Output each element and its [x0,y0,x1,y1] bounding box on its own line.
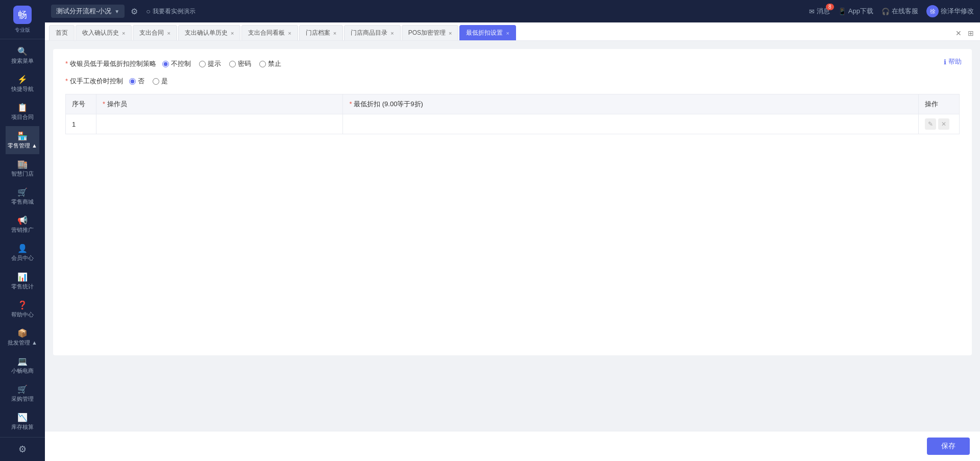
sidebar-item-批发管理[interactable]: 📦 批发管理 ▲ [6,323,39,351]
sidebar-item-帮助中心[interactable]: ❓ 帮助中心 [6,295,39,323]
online-service-label: 在线客服 [892,7,918,16]
sidebar-item-零售商城[interactable]: 🛒 零售商城 [6,182,39,210]
manual-option-yes[interactable]: 是 [153,77,168,86]
page-footer: 保存 [45,431,980,461]
user-name: 徐泽华修改 [941,7,974,16]
sidebar-icon: 🛒 [17,187,28,197]
tab-close-icon[interactable]: × [449,30,452,36]
app-download-button[interactable]: 📱 App下载 [838,7,873,16]
tab-支出合同[interactable]: 支出合同× [133,25,177,40]
tab-close-icon[interactable]: × [390,30,394,36]
tab-close-icon[interactable]: × [231,30,234,36]
tab-最低折扣设置[interactable]: 最低折扣设置× [459,25,516,40]
sidebar-logo: 畅 专业版 [0,0,45,39]
save-button[interactable]: 保存 [927,438,970,455]
tab-close-icon[interactable]: × [288,30,291,36]
sidebar-item-搜索菜单[interactable]: 🔍 搜索菜单 [6,41,39,69]
tab-首页[interactable]: 首页 [49,25,75,40]
sidebar-item-零售统计[interactable]: 📊 零售统计 [6,267,39,295]
sidebar-icon: 📊 [17,272,28,282]
sidebar-icon: 📦 [17,328,28,338]
sidebar-item-营销推广[interactable]: 📢 营销推广 [6,210,39,238]
tab-门店商品目录[interactable]: 门店商品目录× [344,25,400,40]
sidebar-menu: 🔍 搜索菜单 ⚡ 快捷导航 📋 项目合同 🏪 零售管理 ▲ 🏬 智慧门店 🛒 零… [0,39,45,437]
message-button[interactable]: ✉ 消息 8 [809,7,830,16]
demo-icon: ○ [146,7,150,15]
sidebar-item-会员中心[interactable]: 👤 会员中心 [6,238,39,266]
tab-支出合同看板[interactable]: 支出合同看板× [241,25,298,40]
tab-close-icon[interactable]: × [122,30,125,36]
tab-close-icon[interactable]: × [167,30,170,36]
sidebar-item-库存核算[interactable]: 📉 库存核算 [6,407,39,435]
manual-control-row: 仅手工改价时控制 否 是 [65,77,960,86]
discount-option-password[interactable]: 密码 [229,59,251,68]
tab-close-icon[interactable]: × [506,30,509,36]
expand-tabs-button[interactable]: ⊞ [966,28,976,38]
delete-button[interactable]: ✕ [938,118,949,130]
sidebar-item-零售管理[interactable]: 🏪 零售管理 ▲ [6,126,39,154]
online-service-button[interactable]: 🎧 在线客服 [881,7,918,16]
tabs-bar: 首页收入确认历史×支出合同×支出确认单历史×支出合同看板×门店档案×门店商品目录… [45,22,980,41]
action-buttons: ✎ ✕ [925,118,953,130]
tab-收入确认历史[interactable]: 收入确认历史× [76,25,132,40]
edit-button[interactable]: ✎ [925,118,936,130]
tabs-controls: ✕ ⊞ [953,28,976,40]
tab-门店档案[interactable]: 门店档案× [299,25,343,40]
sidebar-item-小畅电商[interactable]: 💻 小畅电商 [6,351,39,379]
sidebar-item-智慧门店[interactable]: 🏬 智慧门店 [6,154,39,182]
sidebar-icon: 🛒 [17,384,28,394]
project-name: 测试分开流程-小况 [56,7,111,16]
sidebar-item-快捷导航[interactable]: ⚡ 快捷导航 [6,69,39,98]
tab-label: 最低折扣设置 [466,29,503,37]
message-icon: ✉ [809,8,815,15]
chevron-down-icon: ▼ [114,9,119,14]
sidebar: 畅 专业版 🔍 搜索菜单 ⚡ 快捷导航 📋 项目合同 🏪 零售管理 ▲ 🏬 智慧… [0,0,45,461]
discount-option-tip[interactable]: 提示 [199,59,221,68]
cell-min-discount [343,114,919,134]
tab-支出确认单历史[interactable]: 支出确认单历史× [178,25,240,40]
col-seq: 序号 [66,94,96,114]
project-selector[interactable]: 测试分开流程-小况 ▼ [51,5,125,18]
discount-option-password-label: 密码 [238,59,251,68]
headset-icon: 🎧 [881,8,890,15]
user-menu[interactable]: 徐 徐泽华修改 [926,5,974,17]
cell-seq: 1 [66,114,96,134]
sidebar-label: 库存核算 [11,424,34,430]
manual-option-no[interactable]: 否 [129,77,144,86]
sidebar-label: 会员中心 [11,255,34,261]
demo-link[interactable]: ○ 我要看实例演示 [146,7,195,16]
topbar: 测试分开流程-小况 ▼ ⚙ ○ 我要看实例演示 ✉ 消息 8 📱 App下载 🎧… [45,0,980,22]
col-operator: 操作员 [96,94,343,114]
demo-text: 我要看实例演示 [153,7,195,16]
topbar-settings-icon[interactable]: ⚙ [129,5,140,18]
tab-label: 门店档案 [306,29,330,37]
content-area: ℹ 帮助 收银员低于最低折扣控制策略 不控制 提示 [45,41,980,461]
tab-POS加密管理[interactable]: POS加密管理× [402,25,459,40]
sidebar-item-项目合同[interactable]: 📋 项目合同 [6,98,39,126]
discount-option-no-control-label: 不控制 [171,59,191,68]
message-badge: 8 [826,4,834,10]
manual-control-label: 仅手工改价时控制 [65,77,123,86]
help-button[interactable]: ℹ 帮助 [944,57,962,66]
discount-option-no-control[interactable]: 不控制 [162,59,191,68]
col-actions: 操作 [919,94,960,114]
topbar-right: ✉ 消息 8 📱 App下载 🎧 在线客服 徐 徐泽华修改 [809,5,974,17]
sidebar-icon: ⚡ [17,75,28,84]
tab-label: 支出合同看板 [248,29,285,37]
manual-option-yes-label: 是 [161,77,168,86]
close-tab-button[interactable]: ✕ [953,28,964,38]
cell-actions: ✎ ✕ [919,114,960,134]
discount-option-forbidden[interactable]: 禁止 [259,59,281,68]
page-card: ℹ 帮助 收银员低于最低折扣控制策略 不控制 提示 [53,49,972,355]
sidebar-label: 搜索菜单 [11,58,34,64]
cell-operator [96,114,343,134]
main-area: 测试分开流程-小况 ▼ ⚙ ○ 我要看实例演示 ✉ 消息 8 📱 App下载 🎧… [45,0,980,461]
table-header-row: 序号 操作员 最低折扣 (9.00等于9折) 操作 [66,94,960,114]
settings-icon[interactable]: ⚙ [18,444,27,455]
tab-close-icon[interactable]: × [333,30,336,36]
tab-label: 收入确认历史 [82,29,119,37]
sidebar-item-采购管理[interactable]: 🛒 采购管理 [6,379,39,407]
sidebar-label: 零售商城 [11,199,34,205]
sidebar-label: 智慧门店 [11,171,34,177]
app-download-label: App下载 [848,7,873,16]
